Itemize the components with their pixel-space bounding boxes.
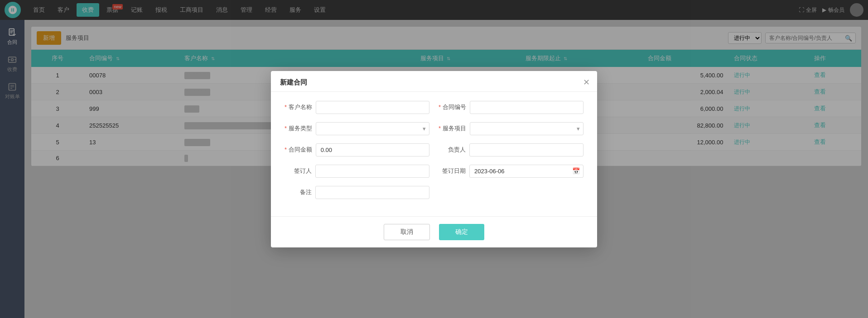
sign-date-input[interactable]: 2023-06-06 [469,165,583,178]
contract-no-label: 合同编号 [439,103,466,111]
field-service-item: 服务项目 [439,122,583,135]
form-row-3: 合同金额 0.00 负责人 [285,143,583,157]
customer-name-input[interactable] [316,101,429,114]
sign-date-label: 签订日期 [439,167,466,175]
field-responsible: 负责人 [439,143,583,157]
modal-footer: 取消 确定 [271,216,597,247]
responsible-label: 负责人 [439,146,466,154]
field-service-type: 服务类型 [285,122,429,135]
cancel-button[interactable]: 取消 [384,224,430,240]
service-type-label: 服务类型 [285,124,312,133]
contract-no-input[interactable] [470,101,583,114]
service-item-label: 服务项目 [439,124,466,133]
responsible-input[interactable] [469,143,583,157]
form-row-4: 签订人 签订日期 2023-06-06 📅 [285,165,583,178]
service-item-select-wrap [470,122,583,135]
field-remark: 备注 [285,186,429,199]
contract-amount-input[interactable]: 0.00 [316,143,429,157]
form-row-2: 服务类型 服务项目 [285,122,583,135]
contract-amount-label: 合同金额 [285,146,312,154]
field-customer-name: 客户名称 [285,101,429,114]
signer-label: 签订人 [285,167,312,175]
service-type-select[interactable] [316,122,429,135]
remark-label: 备注 [285,188,312,196]
sign-date-wrap: 2023-06-06 📅 [469,165,583,178]
service-item-select[interactable] [470,122,583,135]
signer-input[interactable] [315,165,429,178]
new-contract-modal: 新建合同 ✕ 客户名称 合同编号 服务类型 [271,71,597,247]
field-contract-amount: 合同金额 0.00 [285,143,429,157]
modal-close-button[interactable]: ✕ [583,77,590,87]
calendar-icon[interactable]: 📅 [572,167,580,175]
field-contract-no: 合同编号 [439,101,583,114]
modal-title: 新建合同 [271,71,597,92]
remark-input[interactable] [315,186,429,199]
service-type-select-wrap [316,122,429,135]
modal-body: 客户名称 合同编号 服务类型 [271,92,597,216]
modal-overlay[interactable]: 新建合同 ✕ 客户名称 合同编号 服务类型 [0,0,868,318]
confirm-button[interactable]: 确定 [439,224,484,240]
form-row-5: 备注 [285,186,583,199]
customer-name-label: 客户名称 [285,103,312,111]
form-row-1: 客户名称 合同编号 [285,101,583,114]
field-sign-date: 签订日期 2023-06-06 📅 [439,165,583,178]
field-signer: 签订人 [285,165,429,178]
